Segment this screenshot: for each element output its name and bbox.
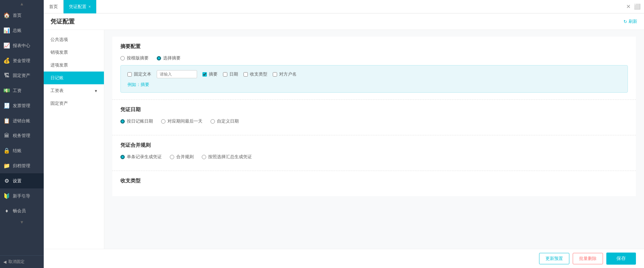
pin-icon: ◀: [3, 260, 6, 264]
voucher-date-section: 凭证日期 按日记账日期 对应期间最后一天 自定义日期: [112, 100, 636, 135]
settings-icon: ⚙: [3, 178, 10, 184]
content-area: 凭证配置 ↻ 刷新 公共选项 销项发票 进项发票 日记账: [44, 13, 644, 268]
income-type-title: 收支类型: [120, 178, 628, 184]
merge-rules-title: 凭证合并规则: [120, 142, 628, 148]
radio-single-record[interactable]: 单条记录生成凭证: [120, 154, 162, 160]
invoice-mgmt-icon: 🧾: [3, 102, 10, 109]
left-nav: 公共选项 销项发票 进项发票 日记账 工资表 ▾ 固定资产: [44, 30, 104, 249]
right-content: 摘要配置 按模版摘要 选择摘要: [104, 30, 644, 249]
checkbox-date[interactable]: [223, 72, 227, 77]
save-button[interactable]: 保存: [606, 253, 636, 265]
checkbox-summary[interactable]: [202, 72, 207, 77]
radio-period-last-day[interactable]: 对应期间最后一天: [161, 118, 202, 124]
payroll-icon: 💵: [3, 87, 10, 94]
checkbox-counterpart-label[interactable]: 对方户名: [273, 71, 297, 77]
checkbox-date-label[interactable]: 日期: [223, 71, 238, 77]
checkbox-fixed-text[interactable]: [127, 72, 132, 77]
home-icon: 🏠: [3, 12, 10, 18]
guide-icon: 🔰: [3, 193, 10, 199]
checkbox-income-type-label[interactable]: 收支类型: [243, 71, 267, 77]
window-close-icon[interactable]: ✕: [626, 3, 631, 10]
page-header: 凭证配置 ↻ 刷新: [44, 13, 644, 30]
sidebar-item-payroll[interactable]: 💵 工资: [0, 83, 44, 98]
ledger-icon: 📊: [3, 27, 10, 34]
tax-icon: 🏛: [3, 133, 10, 139]
sidebar-scroll-up[interactable]: ▲: [0, 0, 44, 8]
radio-select-summary[interactable]: 选择摘要: [157, 55, 181, 61]
nav-item-purchase-invoice[interactable]: 进项发票: [44, 59, 104, 72]
page-title: 凭证配置: [50, 17, 75, 26]
funds-icon: 💰: [3, 57, 10, 64]
sidebar-item-assets[interactable]: 🏗 固定资产: [0, 68, 44, 83]
example-text: 例如：摘要: [127, 82, 621, 88]
tab-actions: ✕ ⬜: [626, 3, 644, 10]
summary-options-row: 固定文本 摘要 日期: [127, 70, 621, 78]
archive-icon: 📁: [3, 163, 10, 169]
main-area: 首页 凭证配置 × ✕ ⬜ 凭证配置 ↻ 刷新 公共选项: [44, 0, 644, 268]
sidebar-item-reports[interactable]: 📈 报表中心: [0, 38, 44, 53]
summary-radio-group: 按模版摘要 选择摘要: [120, 55, 628, 61]
voucher-date-radio-group: 按日记账日期 对应期间最后一天 自定义日期: [120, 118, 628, 124]
nav-item-sales-invoice[interactable]: 销项发票: [44, 46, 104, 59]
refresh-button[interactable]: ↻ 刷新: [623, 18, 637, 25]
sidebar-item-guide[interactable]: 🔰 新手引导: [0, 188, 44, 204]
nav-item-public[interactable]: 公共选项: [44, 33, 104, 46]
sidebar-item-vip[interactable]: ♦ 畅会员: [0, 204, 44, 218]
radio-template-summary[interactable]: 按模版摘要: [120, 55, 149, 61]
sidebar-item-settings[interactable]: ⚙ 设置: [0, 173, 44, 188]
summary-config-title: 摘要配置: [120, 43, 628, 50]
radio-summary-generate[interactable]: 按照选择汇总生成凭证: [202, 154, 252, 160]
window-restore-icon[interactable]: ⬜: [634, 3, 641, 10]
assets-icon: 🏗: [3, 73, 10, 79]
sidebar: ▲ 🏠 首页 📊 总账 📈 报表中心 💰 资金管理 🏗 固定资产 💵 工资 🧾 …: [0, 0, 44, 268]
checkbox-summary-label[interactable]: 摘要: [202, 71, 218, 77]
tab-voucher-config[interactable]: 凭证配置 ×: [64, 0, 97, 13]
sidebar-item-closing[interactable]: 🔒 结账: [0, 143, 44, 158]
fixed-text-input[interactable]: [157, 70, 197, 78]
bottom-bar: 更新预置 批量删除 保存: [44, 249, 644, 268]
sidebar-item-tax[interactable]: 🏛 税务管理: [0, 128, 44, 143]
merge-rules-section: 凭证合并规则 单条记录生成凭证 合并规则 按照选择汇总生成凭证: [112, 135, 636, 171]
closing-icon: 🔒: [3, 147, 10, 154]
nav-item-payroll-table[interactable]: 工资表 ▾: [44, 84, 104, 97]
sidebar-item-invoice-mgmt[interactable]: 🧾 发票管理: [0, 98, 44, 113]
radio-journal-date[interactable]: 按日记账日期: [120, 118, 153, 124]
sales-ledger-icon: 📋: [3, 118, 10, 124]
chevron-down-icon: ▾: [95, 88, 97, 93]
tab-close-icon[interactable]: ×: [88, 4, 91, 9]
income-type-section: 收支类型: [112, 171, 636, 196]
nav-item-journal[interactable]: 日记账: [44, 72, 104, 84]
nav-item-fixed-assets[interactable]: 固定资产: [44, 97, 104, 110]
checkbox-fixed-text-label[interactable]: 固定文本: [127, 71, 151, 77]
tab-home[interactable]: 首页: [44, 0, 64, 13]
refresh-icon: ↻: [623, 19, 627, 24]
cancel-fixed-button[interactable]: ◀ 取消固定: [0, 255, 44, 268]
merge-rules-radio-group: 单条记录生成凭证 合并规则 按照选择汇总生成凭证: [120, 154, 628, 160]
sidebar-item-funds[interactable]: 💰 资金管理: [0, 53, 44, 68]
voucher-date-title: 凭证日期: [120, 106, 628, 113]
checkbox-income-type[interactable]: [243, 72, 248, 77]
radio-custom-date[interactable]: 自定义日期: [211, 118, 239, 124]
summary-config-box: 固定文本 摘要 日期: [120, 65, 628, 93]
main-layout: 公共选项 销项发票 进项发票 日记账 工资表 ▾ 固定资产: [44, 30, 644, 249]
tab-bar: 首页 凭证配置 × ✕ ⬜: [44, 0, 644, 13]
vip-icon: ♦: [3, 208, 10, 214]
sidebar-item-ledger[interactable]: 📊 总账: [0, 23, 44, 38]
sidebar-scroll-down[interactable]: ▼: [0, 218, 44, 226]
radio-merge-rule[interactable]: 合并规则: [170, 154, 194, 160]
sidebar-item-home[interactable]: 🏠 首页: [0, 8, 44, 23]
batch-delete-button[interactable]: 批量删除: [573, 253, 603, 264]
reports-icon: 📈: [3, 42, 10, 49]
summary-config-section: 摘要配置 按模版摘要 选择摘要: [112, 37, 636, 100]
sidebar-item-archive[interactable]: 📁 归档管理: [0, 158, 44, 173]
update-preview-button[interactable]: 更新预置: [539, 253, 569, 264]
checkbox-counterpart[interactable]: [273, 72, 277, 77]
sidebar-item-sales-ledger[interactable]: 📋 进销台账: [0, 113, 44, 128]
